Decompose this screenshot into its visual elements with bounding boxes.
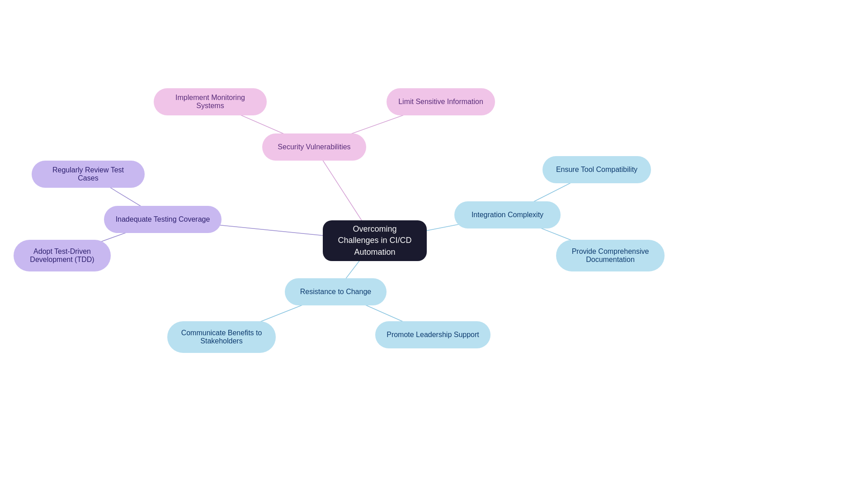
provide-docs-node[interactable]: Provide Comprehensive Documentation: [556, 240, 665, 271]
limit-sensitive-node[interactable]: Limit Sensitive Information: [387, 88, 495, 115]
center-node[interactable]: Overcoming Challenges in CI/CD Automatio…: [323, 220, 427, 261]
resistance-to-change-node[interactable]: Resistance to Change: [285, 278, 387, 305]
inadequate-testing-node[interactable]: Inadequate Testing Coverage: [104, 206, 222, 233]
mind-map-canvas: Overcoming Challenges in CI/CD Automatio…: [0, 0, 868, 490]
regularly-review-node[interactable]: Regularly Review Test Cases: [32, 161, 145, 188]
adopt-tdd-node[interactable]: Adopt Test-Driven Development (TDD): [14, 240, 111, 271]
communicate-benefits-node[interactable]: Communicate Benefits to Stakeholders: [167, 321, 276, 353]
implement-monitoring-node[interactable]: Implement Monitoring Systems: [154, 88, 267, 115]
ensure-tool-node[interactable]: Ensure Tool Compatibility: [542, 156, 651, 183]
promote-leadership-node[interactable]: Promote Leadership Support: [375, 321, 491, 348]
security-vulnerabilities-node[interactable]: Security Vulnerabilities: [262, 133, 366, 161]
connection-lines: [0, 0, 868, 490]
integration-complexity-node[interactable]: Integration Complexity: [454, 201, 561, 228]
